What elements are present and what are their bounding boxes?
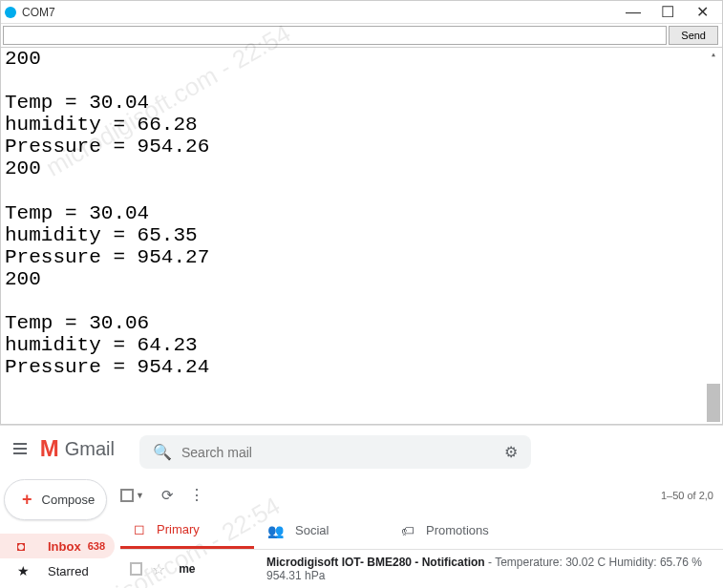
inbox-label: Inbox <box>48 539 88 554</box>
inbox-count: 638 <box>88 540 105 552</box>
close-button[interactable]: ✕ <box>693 4 711 21</box>
star-icon: ★ <box>17 563 34 578</box>
email-checkbox[interactable] <box>130 562 142 576</box>
send-button[interactable]: Send <box>669 26 718 45</box>
filter-icon[interactable]: ⚙ <box>504 443 518 461</box>
primary-icon: ◻ <box>134 521 145 536</box>
terminal-output: ▴ 200 Temp = 30.04 humidity = 66.28 Pres… <box>1 48 722 424</box>
starred-label: Starred <box>48 564 105 578</box>
tab-primary[interactable]: ◻ Primary <box>120 512 254 549</box>
menu-icon[interactable] <box>13 440 27 457</box>
sidebar-item-inbox[interactable]: ◘ Inbox 638 <box>0 534 115 558</box>
minimize-button[interactable]: — <box>625 4 642 21</box>
scroll-up-icon[interactable]: ▴ <box>707 50 720 63</box>
search-icon: 🔍 <box>153 443 172 461</box>
gmail-m-icon: M <box>40 435 59 462</box>
sidebar-item-snoozed[interactable]: 🕒 Snoozed <box>0 583 115 588</box>
window-title: COM7 <box>22 6 625 19</box>
promotions-icon: 🏷 <box>401 523 415 538</box>
search-bar[interactable]: 🔍 ⚙ <box>139 435 531 469</box>
email-row[interactable]: ☆ me Microdigisoft IOT- BME280 - Notific… <box>120 550 723 588</box>
star-icon[interactable]: ☆ <box>152 560 165 578</box>
tab-social-label: Social <box>295 523 329 537</box>
gmail-brand-text: Gmail <box>65 438 115 460</box>
tab-promotions[interactable]: 🏷 Promotions <box>388 512 521 549</box>
email-subject: Microdigisoft IOT- BME280 - Notification <box>266 556 485 569</box>
pagination-text: 1–50 of 2,0 <box>661 490 713 501</box>
compose-button[interactable]: + Compose <box>4 479 107 520</box>
select-all-checkbox[interactable] <box>120 489 134 502</box>
tab-social[interactable]: 👥 Social <box>254 512 388 549</box>
gmail-logo[interactable]: M Gmail <box>40 435 115 462</box>
scrollbar-thumb[interactable] <box>707 384 720 422</box>
terminal-text: 200 Temp = 30.04 humidity = 66.28 Pressu… <box>5 48 718 378</box>
title-bar: COM7 — ☐ ✕ <box>1 1 722 24</box>
compose-label: Compose <box>42 493 96 507</box>
sidebar-item-starred[interactable]: ★ Starred <box>0 558 115 583</box>
inbox-icon: ◘ <box>17 538 34 554</box>
select-dropdown-icon[interactable]: ▼ <box>136 491 144 500</box>
tab-primary-label: Primary <box>157 522 200 536</box>
more-icon[interactable]: ⋮ <box>189 486 204 504</box>
email-list: ☆ me Microdigisoft IOT- BME280 - Notific… <box>120 550 723 588</box>
maximize-button[interactable]: ☐ <box>659 4 676 21</box>
plus-icon: + <box>22 490 32 510</box>
search-input[interactable] <box>181 445 504 460</box>
email-from: me <box>179 562 266 576</box>
serial-input[interactable] <box>3 26 667 45</box>
refresh-icon[interactable]: ⟳ <box>161 487 174 504</box>
toolbar: ▼ ⟳ ⋮ 1–50 of 2,0 <box>120 478 723 512</box>
tab-promotions-label: Promotions <box>426 523 489 537</box>
social-icon: 👥 <box>267 523 284 538</box>
app-icon <box>5 7 16 18</box>
